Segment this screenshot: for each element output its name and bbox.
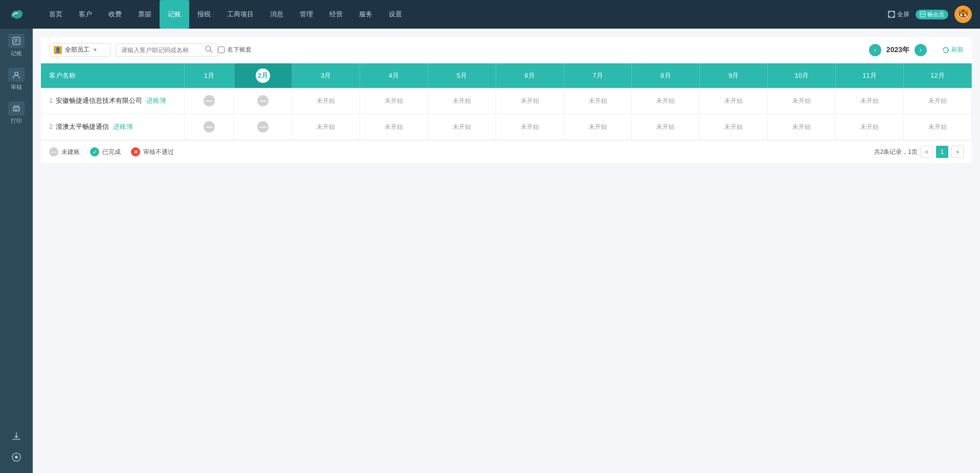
nav-invoice[interactable]: 票据 [130, 0, 160, 29]
not-started-text: 未开始 [385, 97, 403, 104]
month-cell-2: — [234, 88, 292, 114]
nav-settings[interactable]: 设置 [381, 0, 410, 29]
month-cell-9: 未开始 [700, 88, 768, 114]
table-row: 2漠澳太平畅捷通信进账簿——未开始未开始未开始未开始未开始未开始未开始未开始未开… [41, 114, 972, 140]
svg-point-9 [15, 456, 18, 459]
checkbox-label[interactable]: 名下账套 [218, 46, 252, 54]
month-cell-9: 未开始 [700, 114, 768, 140]
col-customer: 客户名称 [41, 63, 184, 88]
prev-page-button[interactable]: < [921, 146, 933, 158]
year-display: 2023年 [886, 46, 909, 55]
refresh-button[interactable]: 刷新 [942, 46, 964, 54]
not-started-text: 未开始 [928, 97, 947, 104]
month-cell-11: 未开始 [836, 114, 904, 140]
not-started-text: 未开始 [453, 97, 471, 104]
month-cell-1: — [184, 88, 234, 114]
not-started-text: 未开始 [521, 123, 539, 130]
month-cell-10: 未开始 [768, 88, 836, 114]
nav-bookkeeping[interactable]: 记账 [160, 0, 189, 29]
not-started-text: 未开始 [792, 123, 811, 130]
sidebar-support[interactable] [0, 447, 33, 467]
user-avatar[interactable]: 🐯 [954, 6, 972, 23]
month-cell-11: 未开始 [836, 88, 904, 114]
not-started-text: 未开始 [521, 97, 539, 104]
sidebar-item-bookkeeping[interactable]: 记账 [0, 29, 33, 62]
col-nov: 11月 [836, 63, 904, 88]
company-name: 安徽畅捷通信息技术有限公司 [56, 97, 142, 104]
svg-point-4 [15, 72, 18, 75]
not-started-text: 未开始 [656, 123, 675, 130]
nav-message[interactable]: 消息 [262, 0, 292, 29]
month-cell-6: 未开始 [496, 114, 564, 140]
topnav: 首页 客户 收费 票据 记账 报税 工商项目 消息 管理 经营 服务 设置 全屏 [33, 0, 980, 29]
not-started-text: 未开始 [860, 123, 879, 130]
checkbox-input[interactable] [218, 47, 225, 53]
month-cell-3: 未开始 [292, 114, 360, 140]
not-started-text: 未开始 [860, 97, 879, 104]
nav-business[interactable]: 工商项目 [219, 0, 262, 29]
search-input[interactable] [116, 43, 218, 57]
vip-badge[interactable]: 畅会员 [916, 10, 948, 19]
sidebar-item-label: 审核 [11, 83, 22, 91]
col-sep: 9月 [700, 63, 768, 88]
col-apr: 4月 [360, 63, 428, 88]
table-container: 客户名称 1月 2月 3月 4月 5月 6月 7月 8月 9月 10月 11月 [41, 63, 972, 140]
nav-client[interactable]: 客户 [71, 0, 100, 29]
not-started-text: 未开始 [792, 97, 811, 104]
nav-fee[interactable]: 收费 [100, 0, 130, 29]
search-button[interactable] [205, 45, 213, 55]
print-icon [8, 101, 25, 116]
audit-icon [8, 67, 25, 82]
nav-service[interactable]: 服务 [351, 0, 381, 29]
accounts-table: 客户名称 1月 2月 3月 4月 5月 6月 7月 8月 9月 10月 11月 [41, 63, 972, 140]
month-cell-5: 未开始 [428, 114, 496, 140]
employee-select[interactable]: 👤 全部员工 ▼ [49, 43, 110, 57]
topnav-right: 全屏 畅会员 🐯 [888, 6, 972, 23]
col-dec: 12月 [903, 63, 971, 88]
month-cell-3: 未开始 [292, 88, 360, 114]
col-jun: 6月 [496, 63, 564, 88]
row-number: 2 [49, 123, 53, 130]
sidebar-item-audit[interactable]: 审核 [0, 62, 33, 96]
not-started-text: 未开始 [656, 97, 675, 104]
bookkeeping-icon [8, 34, 25, 48]
table-header-row: 客户名称 1月 2月 3月 4月 5月 6月 7月 8月 9月 10月 11月 [41, 63, 972, 88]
sidebar-item-print[interactable]: 打印 [0, 96, 33, 130]
month-cell-6: 未开始 [496, 88, 564, 114]
nav-home[interactable]: 首页 [41, 0, 71, 29]
month-cell-12: 未开始 [903, 88, 971, 114]
nav-manage[interactable]: 管理 [292, 0, 321, 29]
not-started-text: 未开始 [724, 123, 743, 130]
nav-tax[interactable]: 报税 [189, 0, 219, 29]
nav-operation[interactable]: 经营 [321, 0, 351, 29]
total-records: 共2条记录，1页 [874, 148, 918, 156]
status-bar: — 未建账 ✓ 已完成 ✕ 审核不通过 共2条记录，1页 < 1 > [41, 140, 972, 163]
status-dash-icon: — [204, 121, 215, 132]
main-area: 首页 客户 收费 票据 记账 报税 工商项目 消息 管理 经营 服务 设置 全屏 [33, 0, 980, 473]
month-cell-8: 未开始 [632, 114, 700, 140]
not-started-text: 未开始 [928, 123, 947, 130]
next-page-button[interactable]: > [951, 146, 964, 158]
not-started-text: 未开始 [589, 123, 607, 130]
enter-link[interactable]: 进账簿 [146, 97, 166, 104]
prev-year-button[interactable]: ‹ [869, 44, 881, 56]
current-page: 1 [936, 146, 948, 158]
col-feb: 2月 [234, 63, 292, 88]
sidebar-download[interactable] [0, 427, 33, 445]
month-cell-12: 未开始 [903, 114, 971, 140]
not-started-text: 未开始 [589, 97, 607, 104]
status-dash-icon: — [257, 95, 269, 106]
enter-link[interactable]: 进账簿 [113, 123, 133, 130]
not-started-text: 未开始 [317, 123, 335, 130]
col-aug: 8月 [632, 63, 700, 88]
rejected-icon: ✕ [131, 147, 140, 156]
customer-cell: 1安徽畅捷通信息技术有限公司进账簿 [41, 88, 184, 114]
sidebar-bottom [0, 427, 33, 473]
next-year-button[interactable]: › [915, 44, 927, 56]
not-created-icon: — [49, 147, 58, 156]
not-started-text: 未开始 [453, 123, 471, 130]
year-nav: ‹ 2023年 › [869, 44, 927, 56]
fullscreen-button[interactable]: 全屏 [888, 10, 909, 19]
content-area: 👤 全部员工 ▼ 名下账套 ‹ 2023年 [33, 29, 980, 473]
company-name: 漠澳太平畅捷通信 [56, 123, 109, 130]
